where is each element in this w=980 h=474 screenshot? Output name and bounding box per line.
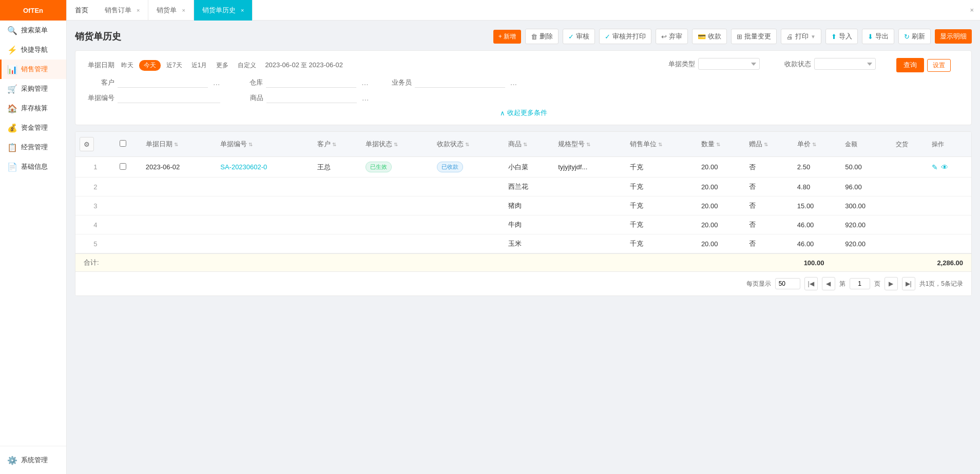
abandon-button[interactable]: ↩ 弃审 xyxy=(656,29,688,44)
tab-home[interactable]: 首页 xyxy=(67,0,97,21)
first-page-btn[interactable]: |◀ xyxy=(804,277,818,290)
export-button[interactable]: ⬇ 导出 xyxy=(862,29,894,44)
system-mgmt-icon: ⚙️ xyxy=(8,456,17,465)
doc-number-link[interactable]: SA-20230602-0 xyxy=(220,163,267,171)
import-button[interactable]: ⬆ 导入 xyxy=(825,29,858,44)
tab-sales-goods[interactable]: 销货单 × xyxy=(148,0,194,21)
pagination: 每页显示 10 20 50 100 |◀ ◀ 第 页 ▶ ▶| 共1页，5条记录 xyxy=(75,271,971,295)
cell-quantity: 20.00 xyxy=(697,215,745,234)
filter-customer-label: 客户 xyxy=(84,78,114,87)
table-container: ⚙ 单据日期⇅ 单据编号⇅ 客户⇅ 单据状态⇅ 收款状态⇅ 商品⇅ 规格型号⇅ … xyxy=(75,131,972,296)
salesperson-input[interactable] xyxy=(415,77,505,88)
collect-button[interactable]: 💳 收款 xyxy=(692,29,727,44)
page-size-select[interactable]: 10 20 50 100 xyxy=(775,278,800,289)
cell-checkbox[interactable] xyxy=(116,215,142,234)
batch-change-button[interactable]: ⊞ 批量变更 xyxy=(731,29,777,44)
table-row: 5 玉米 千克 20.00 否 46.00 920.00 xyxy=(75,234,971,253)
th-doc-status[interactable]: 单据状态⇅ xyxy=(361,132,433,157)
cell-spec-type xyxy=(554,234,625,253)
shortcut-today[interactable]: 今天 xyxy=(139,60,161,71)
query-button[interactable]: 查询 xyxy=(896,58,924,72)
page-number-input[interactable] xyxy=(850,278,870,289)
th-gift[interactable]: 赠品⇅ xyxy=(745,132,793,157)
tab-sales-history-close[interactable]: × xyxy=(241,7,244,13)
prev-page-btn[interactable]: ◀ xyxy=(822,277,835,290)
cell-doc-date xyxy=(142,234,217,253)
th-doc-date[interactable]: 单据日期⇅ xyxy=(142,132,217,157)
cell-transaction xyxy=(892,215,928,234)
filter-docnum-item: 单据编号 xyxy=(84,93,220,103)
filter-goods-label: 商品 xyxy=(233,93,263,103)
tab-sales-order[interactable]: 销售订单 × xyxy=(97,0,148,21)
table-settings-icon[interactable]: ⚙ xyxy=(80,137,94,151)
th-goods[interactable]: 商品⇅ xyxy=(504,132,554,157)
th-settings[interactable]: ⚙ xyxy=(75,132,116,157)
th-doc-number[interactable]: 单据编号⇅ xyxy=(216,132,313,157)
th-sales-unit[interactable]: 销售单位⇅ xyxy=(626,132,697,157)
edit-icon[interactable]: ✎ xyxy=(932,163,938,171)
cell-row-num: 4 xyxy=(75,215,116,234)
payment-status-select[interactable] xyxy=(814,58,876,70)
shortcut-more[interactable]: 更多 xyxy=(213,60,232,71)
sidebar-item-operations-mgmt[interactable]: 📋 经营管理 xyxy=(0,137,66,157)
total-records-label: 共1页，5条记录 xyxy=(919,280,963,288)
sidebar-item-system-mgmt[interactable]: ⚙️ 系统管理 xyxy=(0,450,66,470)
payment-status-badge: 已收款 xyxy=(437,162,463,172)
th-spec-type[interactable]: 规格型号⇅ xyxy=(554,132,625,157)
th-payment-status[interactable]: 收款状态⇅ xyxy=(433,132,504,157)
settings-button[interactable]: 设置 xyxy=(927,59,951,72)
shortcut-custom[interactable]: 自定义 xyxy=(234,60,260,71)
doc-type-select[interactable] xyxy=(698,58,760,70)
tab-sales-goods-close[interactable]: × xyxy=(182,7,185,13)
sidebar-item-inventory[interactable]: 🏠 库存核算 xyxy=(0,98,66,118)
salesperson-dots[interactable]: ... xyxy=(510,78,517,87)
audit-button[interactable]: ✓ 审核 xyxy=(563,29,595,44)
sidebar-item-quick-nav[interactable]: ⚡ 快捷导航 xyxy=(0,40,66,60)
warehouse-input[interactable] xyxy=(266,77,356,88)
sidebar-item-finance-mgmt[interactable]: 💰 资金管理 xyxy=(0,118,66,137)
new-button[interactable]: + 新增 xyxy=(493,30,521,44)
audit-print-button[interactable]: ✓ 审核并打印 xyxy=(599,29,651,44)
next-page-btn[interactable]: ▶ xyxy=(885,277,898,290)
th-quantity[interactable]: 数量⇅ xyxy=(697,132,745,157)
shortcut-1month[interactable]: 近1月 xyxy=(188,60,211,71)
tab-sales-history[interactable]: 销货单历史 × xyxy=(194,0,253,21)
collapse-button[interactable]: ∧ 收起更多条件 xyxy=(84,108,963,117)
shortcut-yesterday[interactable]: 昨天 xyxy=(118,60,137,71)
customer-input[interactable] xyxy=(118,77,208,88)
tab-close-all[interactable]: × xyxy=(964,6,980,14)
cell-doc-number xyxy=(216,234,313,253)
cell-doc-status xyxy=(361,215,433,234)
cell-gift: 否 xyxy=(745,215,793,234)
doc-number-input[interactable] xyxy=(118,93,220,103)
customer-dots[interactable]: ... xyxy=(213,78,220,87)
cell-transaction xyxy=(892,234,928,253)
goods-input[interactable] xyxy=(266,93,357,103)
sidebar-item-purchase-mgmt[interactable]: 🛒 采购管理 xyxy=(0,79,66,98)
select-all-checkbox[interactable] xyxy=(120,140,126,147)
tab-sales-order-close[interactable]: × xyxy=(137,7,140,13)
cell-checkbox[interactable] xyxy=(116,196,142,215)
sidebar-item-sales-mgmt[interactable]: 📊 销售管理 xyxy=(0,60,66,79)
row-checkbox[interactable] xyxy=(120,163,126,170)
sidebar-item-basic-info[interactable]: 📄 基础信息 xyxy=(0,157,66,176)
last-page-btn[interactable]: ▶| xyxy=(902,277,915,290)
shortcut-7days[interactable]: 近7天 xyxy=(163,60,186,71)
cell-checkbox[interactable] xyxy=(116,234,142,253)
th-unit-price[interactable]: 单价⇅ xyxy=(793,132,841,157)
cell-checkbox[interactable] xyxy=(116,177,142,196)
cell-checkbox[interactable] xyxy=(116,157,142,177)
table-footer: 合计: 100.00 2,286.00 xyxy=(75,253,971,271)
sidebar-item-search-menu[interactable]: 🔍 搜索菜单 xyxy=(0,21,66,40)
cell-doc-status: 已生效 xyxy=(361,157,433,177)
th-checkbox[interactable] xyxy=(116,132,142,157)
goods-dots[interactable]: ... xyxy=(362,93,369,103)
delete-button[interactable]: 🗑 删除 xyxy=(525,29,559,44)
th-customer[interactable]: 客户⇅ xyxy=(313,132,361,157)
warehouse-dots[interactable]: ... xyxy=(361,78,368,87)
filter-customer-item: 客户 ... xyxy=(84,77,220,88)
view-icon[interactable]: 👁 xyxy=(941,163,948,171)
print-button[interactable]: 🖨 打印 ▼ xyxy=(781,29,821,44)
show-detail-button[interactable]: 显示明细 xyxy=(935,29,972,44)
refresh-button[interactable]: ↻ 刷新 xyxy=(898,29,931,44)
